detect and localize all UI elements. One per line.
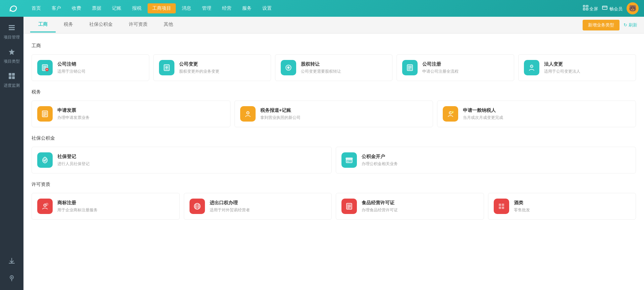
section-title-gongshang: 工商 [32,43,636,49]
svg-rect-45 [346,158,353,159]
nav-accounting[interactable]: 记账 [107,3,126,13]
svg-point-44 [347,161,348,162]
card-title: 食品经营许可证 [362,200,478,206]
svg-rect-7 [9,25,15,26]
nav-items: 首页 客户 收费 票据 记账 报税 工商项目 消息 管理 经营 服务 设置 [27,3,583,13]
card-legal-change[interactable]: 法人变更 适用于公司变更法人 [518,54,636,81]
card-title: 股权转让 [301,61,387,67]
card-title: 公积金开户 [362,154,630,160]
svg-rect-13 [9,76,11,79]
shiwu-card-grid: 申请发票 办理申请发票业务 税务报道+记账 拿到营业执照的新公司 [32,100,636,127]
card-alcohol[interactable]: 酒类 零售批发 [488,193,636,220]
equity-transfer-icon: ¥ [281,60,296,75]
card-trademark[interactable]: R 商标注册 用于企业商标注册服务 [32,193,180,220]
tab-xuke[interactable]: 许可资质 [121,17,156,32]
svg-point-38 [247,112,249,114]
card-tax-report[interactable]: 税务报道+记账 拿到营业执照的新公司 [234,100,433,127]
svg-rect-12 [12,73,15,76]
card-title: 社保登记 [57,154,326,160]
card-desc: 办理食品经营许可证 [362,207,478,213]
svg-rect-11 [9,73,11,76]
svg-rect-60 [499,207,501,209]
card-desc: 办理公积金相关业务 [362,161,630,167]
nav-fee[interactable]: 收费 [67,3,86,13]
sidebar-item-label: 项目管理 [4,34,20,40]
section-title-shebao: 社保公积金 [32,135,636,141]
card-fund[interactable]: 公积金开户 办理公积金相关业务 [336,147,636,173]
nav-tax[interactable]: 报税 [127,3,146,13]
fullscreen-button[interactable]: 全屏 [583,5,598,12]
card-title: 法人变更 [544,61,630,67]
card-invoice[interactable]: 申请发票 办理申请发票业务 [32,100,230,127]
xuke-card-grid: R 商标注册 用于企业商标注册服务 [32,193,636,220]
tax-report-icon [240,106,256,122]
card-text: 股权转让 公司变更需要股权转让 [301,61,387,74]
card-title: 进出口权办理 [210,200,326,206]
card-food-license[interactable]: 食品经营许可证 办理食品经营许可证 [336,193,484,220]
tab-other[interactable]: 其他 [156,17,181,32]
card-desc: 适用于注销公司 [57,69,144,74]
social-insurance-icon [37,152,53,168]
svg-rect-5 [602,6,607,9]
refresh-button[interactable]: ↻ 刷新 [624,22,637,28]
card-company-register[interactable]: 公司注册 申请公司注册全流程 [396,54,514,81]
card-general-taxpayer[interactable]: V 申请一般纳税人 当月或次月成变更完成 [437,100,636,127]
member-button[interactable]: 畅会员 [602,5,623,12]
fund-icon [341,152,357,168]
top-nav-right: 全屏 畅会员 🐻 [583,2,639,14]
card-desc: 当月或次月成变更完成 [463,115,630,121]
tab-actions: 新增业务类型 ↻ 刷新 [583,20,637,30]
card-company-cancel[interactable]: 公司注销 适用于注销公司 [32,54,149,81]
svg-point-33 [530,65,533,68]
sidebar-item-project-manage[interactable]: 项目管理 [0,20,23,44]
sidebar-item-project-type[interactable]: 项目类型 [0,44,23,68]
location-icon[interactable] [5,272,18,286]
svg-rect-14 [12,76,15,79]
card-text: 商标注册 用于企业商标注册服务 [57,200,174,213]
card-desc: 用于企业商标注册服务 [57,207,174,213]
svg-text:V: V [452,111,453,114]
nav-operation[interactable]: 经营 [217,3,236,13]
new-type-button[interactable]: 新增业务类型 [583,20,620,30]
svg-rect-9 [9,29,15,30]
card-title: 税务报道+记账 [260,107,428,114]
user-avatar[interactable]: 🐻 [627,2,639,14]
card-text: 进出口权办理 适用于对外贸易经营者 [210,200,326,213]
card-company-change[interactable]: 公司变更 股权变更外的业务变更 [153,54,271,81]
nav-business[interactable]: 工商项目 [148,3,176,13]
nav-customer[interactable]: 客户 [47,3,66,13]
nav-service[interactable]: 服务 [237,3,256,13]
section-title-xuke: 许可资质 [32,182,636,188]
legal-change-icon [524,60,539,75]
svg-marker-10 [9,49,15,55]
tab-shiwu[interactable]: 税务 [56,17,81,32]
card-text: 申请一般纳税人 当月或次月成变更完成 [463,107,630,121]
tab-shebao[interactable]: 社保公积金 [81,17,121,32]
tab-gongshang[interactable]: 工商 [30,17,56,32]
svg-rect-1 [583,5,585,7]
nav-settings[interactable]: 设置 [258,3,276,13]
card-equity-transfer[interactable]: ¥ 股权转让 公司变更需要股权转让 [275,54,393,81]
card-text: 申请发票 办理申请发票业务 [57,107,225,121]
card-text: 公积金开户 办理公积金相关业务 [362,154,630,167]
card-desc: 进行人员社保登记 [57,161,326,167]
nav-home[interactable]: 首页 [27,3,46,13]
company-change-icon [159,60,174,75]
progress-icon [8,72,15,81]
card-text: 公司变更 股权变更外的业务变更 [179,61,265,74]
card-desc: 办理申请发票业务 [57,115,225,121]
left-sidebar: 项目管理 项目类型 进度监测 [0,17,23,290]
card-desc: 股权变更外的业务变更 [179,69,265,74]
nav-manage[interactable]: 管理 [197,3,216,13]
card-desc: 拿到营业执照的新公司 [260,115,428,121]
download-icon[interactable] [5,255,18,269]
sidebar-item-progress[interactable]: 进度监测 [0,68,23,92]
alcohol-icon [494,199,509,214]
svg-point-16 [11,277,12,278]
gongshang-card-grid: 公司注销 适用于注销公司 公司变更 股权变更外的业务变更 [32,54,636,81]
card-social-insurance[interactable]: 社保登记 进行人员社保登记 [32,147,332,173]
nav-ticket[interactable]: 票据 [87,3,106,13]
card-import-export[interactable]: 进出口权办理 适用于对外贸易经营者 [184,193,332,220]
nav-message[interactable]: 消息 [177,3,196,13]
sidebar-item-label: 进度监测 [4,83,20,88]
